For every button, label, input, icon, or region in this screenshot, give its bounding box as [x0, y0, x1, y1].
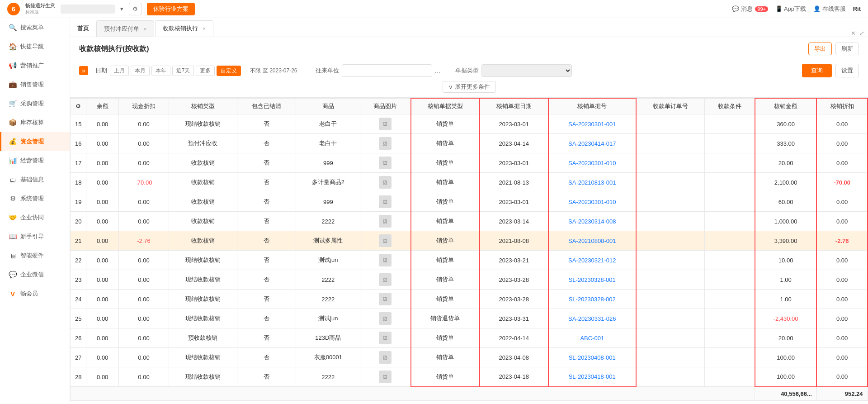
cell-bill-no[interactable]: SA-20230331-026: [548, 309, 636, 328]
bill-no-link[interactable]: SA-20230331-026: [568, 315, 616, 322]
table-row: 22 0.00 0.00 现结收款核销 否 测试jun 🖼 销货单 2023-0…: [71, 251, 868, 270]
cell-bill-no[interactable]: SA-20230301-010: [548, 192, 636, 212]
expand-more-label: 展开更多条件: [455, 83, 490, 91]
sidebar-item-purchase[interactable]: 🛒 采购管理: [0, 94, 70, 113]
expand-more-button[interactable]: ∨ 展开更多条件: [443, 81, 496, 93]
bill-no-link[interactable]: SA-20230301-001: [568, 121, 616, 128]
table-row: 15 0.00 0.00 现结收款核销 否 老白干 🖼 销货单 2023-03-…: [71, 114, 868, 134]
tab-collection-label: 收款核销执行: [163, 24, 198, 33]
sidebar-item-wechat[interactable]: 💬 企业微信: [0, 265, 70, 284]
bill-no-link[interactable]: SA-20230321-012: [568, 257, 616, 264]
product-img: 🖼: [379, 137, 392, 150]
cell-bill-no[interactable]: SL-20230328-002: [548, 290, 636, 309]
export-button[interactable]: 导出: [808, 43, 832, 55]
tab-collection[interactable]: 收款核销执行 ×: [155, 20, 213, 37]
bill-no-link[interactable]: SA-20230301-010: [568, 160, 616, 166]
page-actions: 导出 刷新: [808, 43, 859, 55]
bill-no-link[interactable]: ABC-001: [580, 335, 604, 342]
tab-expand[interactable]: ⤢: [859, 30, 864, 37]
date-custom[interactable]: 自定义: [217, 66, 241, 76]
bill-no-link[interactable]: SL-20230418-001: [569, 373, 616, 380]
sidebar-item-enterprise[interactable]: 🤝 企业协同: [0, 208, 70, 227]
sidebar-item-marketing[interactable]: 📢 营销推广: [0, 56, 70, 75]
th-bill-category: 核销单据类型: [411, 98, 480, 114]
bill-type-label: 单据类型: [455, 67, 479, 75]
sidebar-label-basic: 基础信息: [20, 176, 44, 184]
cell-bill-no[interactable]: SA-20230314-008: [548, 212, 636, 231]
gear-button[interactable]: ⚙: [129, 3, 142, 15]
sidebar-item-member[interactable]: V 畅会员: [0, 284, 70, 303]
table-row: 27 0.00 0.00 现结收款核销 否 衣服00001 🖼 销货单 2023…: [71, 348, 868, 367]
cell-product-img: 🖼: [360, 328, 411, 348]
bill-type-select[interactable]: [481, 64, 572, 77]
partner-input[interactable]: [342, 64, 432, 77]
cell-bill-category: 销货退货单: [411, 309, 480, 328]
refresh-button[interactable]: 刷新: [835, 43, 859, 55]
tab-prepay-close[interactable]: ×: [144, 26, 146, 32]
tab-collection-close[interactable]: ×: [203, 26, 205, 31]
query-button[interactable]: 查询: [802, 64, 832, 77]
sidebar-item-search[interactable]: 🔍 搜索菜单: [0, 18, 70, 37]
bill-no-link[interactable]: SL-20230408-001: [569, 354, 616, 361]
settings-button[interactable]: 设置: [835, 64, 859, 77]
sidebar-item-quicknav[interactable]: 🏠 快捷导航: [0, 37, 70, 56]
tab-home[interactable]: 首页: [70, 20, 96, 37]
bill-no-link[interactable]: SA-20230414-017: [568, 140, 616, 147]
cell-bill-date: 2023-03-21: [480, 251, 548, 270]
cell-bill-no[interactable]: SL-20230328-001: [548, 270, 636, 290]
sidebar-item-guide[interactable]: 📖 新手引导: [0, 227, 70, 246]
cell-bill-no[interactable]: SL-20230408-001: [548, 348, 636, 367]
cell-writeoff-amount: 20.00: [755, 153, 816, 173]
cell-bill-no[interactable]: SA-20230301-001: [548, 114, 636, 134]
cell-bill-category: 销货单: [411, 192, 480, 212]
date-range-text: 不限 至 2023-07-26: [250, 67, 297, 75]
sidebar-item-operation[interactable]: 📊 经营管理: [0, 151, 70, 170]
product-img: 🖼: [379, 293, 392, 305]
cell-bill-date: 2023-03-28: [480, 290, 548, 309]
cell-bill-no[interactable]: SA-20210808-001: [548, 231, 636, 251]
date-7days[interactable]: 近7天: [172, 66, 194, 76]
basic-icon: 🗂: [9, 176, 17, 184]
partner-ellipsis[interactable]: ...: [435, 67, 441, 75]
cell-writeoff-type: 现结收款核销: [169, 114, 237, 134]
online-service[interactable]: 👤 在线客服: [813, 5, 846, 13]
sidebar-item-sales[interactable]: 💼 销售管理: [0, 75, 70, 94]
cell-bill-no[interactable]: SA-20230414-017: [548, 134, 636, 153]
cell-receipt-order-no: [636, 290, 704, 309]
bill-no-link[interactable]: SA-20210808-001: [568, 238, 616, 244]
date-more[interactable]: 更多: [196, 66, 215, 76]
user-name[interactable]: Rit: [853, 5, 861, 12]
tab-close-all[interactable]: ✕: [851, 30, 856, 37]
top-bar-right: 💬 消息 99+ 📱 App下载 👤 在线客服 Rit: [732, 5, 861, 13]
cell-writeoff-amount: 1,000.00: [755, 212, 816, 231]
bill-no-link[interactable]: SL-20230328-001: [569, 276, 616, 283]
bill-no-link[interactable]: SA-20230301-010: [568, 199, 616, 205]
sidebar-item-system[interactable]: ⚙ 系统管理: [0, 189, 70, 208]
th-bill-no: 核销单据号: [548, 98, 636, 114]
cell-bill-no[interactable]: SA-20230321-012: [548, 251, 636, 270]
cell-writeoff-amount: 20.00: [755, 328, 816, 348]
solution-button[interactable]: 休验行业方案: [147, 3, 195, 15]
app-download[interactable]: 📱 App下载: [775, 5, 806, 13]
cell-bill-no[interactable]: SA-20210813-001: [548, 173, 636, 192]
cell-writeoff-discount: 0.00: [816, 270, 868, 290]
bill-no-link[interactable]: SL-20230328-002: [569, 296, 616, 303]
cell-balance: 0.00: [86, 231, 118, 251]
sidebar-item-hardware[interactable]: 🖥 智能硬件: [0, 246, 70, 265]
cell-bill-no[interactable]: ABC-001: [548, 328, 636, 348]
date-prev-month[interactable]: 上月: [110, 66, 129, 76]
date-this-year[interactable]: 本年: [151, 66, 170, 76]
bill-no-link[interactable]: SA-20230314-008: [568, 218, 616, 225]
cell-cash-discount: 0.00: [118, 114, 169, 134]
date-this-month[interactable]: 本月: [131, 66, 150, 76]
filter-toggle[interactable]: »: [79, 66, 88, 75]
sidebar-item-basic[interactable]: 🗂 基础信息: [0, 170, 70, 189]
cell-bill-no[interactable]: SL-20230418-001: [548, 367, 636, 387]
message-area[interactable]: 💬 消息 99+: [732, 5, 768, 13]
sidebar-item-finance[interactable]: 💰 资金管理: [0, 132, 70, 151]
dropdown-arrow[interactable]: ▾: [120, 5, 123, 12]
cell-bill-no[interactable]: SA-20230301-010: [548, 153, 636, 173]
tab-prepay[interactable]: 预付冲应付单 ×: [96, 20, 154, 37]
bill-no-link[interactable]: SA-20210813-001: [568, 179, 616, 186]
sidebar-item-inventory[interactable]: 📦 库存核算: [0, 113, 70, 132]
